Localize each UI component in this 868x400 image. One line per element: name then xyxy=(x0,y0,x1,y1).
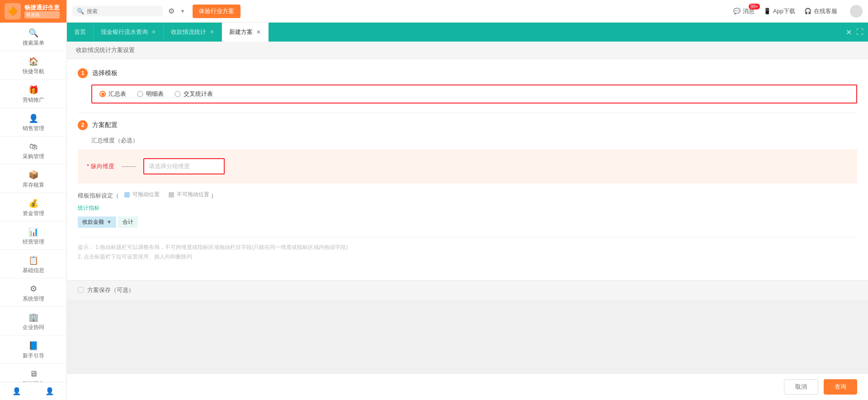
vertical-dimension-label: * 纵向维度 xyxy=(87,162,114,170)
cancel-button[interactable]: 取消 xyxy=(784,379,818,395)
marketing-icon: 🎁 xyxy=(28,85,38,95)
close-tab-new-plan[interactable]: ✕ xyxy=(256,29,261,35)
tab-bank-flow[interactable]: 现金银行流水查询 ✕ xyxy=(94,23,164,42)
chevron-down-icon: ▼ xyxy=(107,219,112,225)
sidebar-item-enterprise[interactable]: 🏢 企业协同 xyxy=(0,307,66,335)
avatar1-icon: 👤 xyxy=(12,387,21,395)
sidebar-navigation: 🔍 搜索菜单 🏠 快捷导航 🎁 营销推广 👤 销售管理 🛍 采购管理 📦 库存核… xyxy=(0,23,66,382)
dimension-select-box[interactable]: 请选择分组维度 xyxy=(143,158,225,174)
download-icon: 📱 xyxy=(764,8,771,14)
tab-receipt-stat[interactable]: 收款情况统计 ✕ xyxy=(164,23,222,42)
finance-icon: 💰 xyxy=(28,198,38,208)
sidebar-item-finance[interactable]: 💰 资金管理 xyxy=(0,193,66,221)
download-item[interactable]: 📱 App下载 xyxy=(764,7,795,15)
metrics-tag-container: 收款金额 ▼ 合计 xyxy=(78,215,857,228)
trial-button[interactable]: 体验行业方案 xyxy=(193,5,241,18)
operation-icon: 📊 xyxy=(28,227,38,237)
sidebar-item-sales[interactable]: 👤 销售管理 xyxy=(0,108,66,136)
page-header: 收款情况统计方案设置 xyxy=(67,42,868,59)
sidebar-item-basic-info[interactable]: 📋 基础信息 xyxy=(0,250,66,278)
step2-number: 2 xyxy=(78,120,88,130)
sidebar-item-system[interactable]: ⚙ 系统管理 xyxy=(0,278,66,307)
sidebar: 🔶 畅捷通好生意 标准版 🔍 搜索菜单 🏠 快捷导航 🎁 营销推广 👤 销售管理… xyxy=(0,0,67,400)
sidebar-item-purchase[interactable]: 🛍 采购管理 xyxy=(0,136,66,165)
logo-icon: 🔶 xyxy=(5,3,21,19)
legend-draggable: 可拖动位置 xyxy=(124,191,160,198)
radio-summary[interactable]: 汇总表 xyxy=(99,90,126,98)
metrics-tag-payment[interactable]: 收款金额 ▼ xyxy=(78,216,116,228)
sidebar-footer-avatar1[interactable]: 👤 xyxy=(12,387,21,395)
draggable-dot xyxy=(124,192,130,198)
sidebar-footer: 👤 👤 xyxy=(0,382,66,400)
metrics-subtag-total: 合计 xyxy=(118,216,138,228)
sales-icon: 👤 xyxy=(28,113,38,123)
sidebar-item-smart-hw[interactable]: 🖥 智能硬件 xyxy=(0,364,66,382)
sidebar-item-search-menu[interactable]: 🔍 搜索菜单 xyxy=(0,23,66,51)
search-box[interactable]: 🔍 xyxy=(72,6,163,16)
step2-title: 方案配置 xyxy=(92,121,118,129)
logo-text: 畅捷通好生意 标准版 xyxy=(24,4,60,19)
guide-icon: 📘 xyxy=(28,341,38,351)
sidebar-item-quick-nav[interactable]: 🏠 快捷导航 xyxy=(0,51,66,80)
non-draggable-dot xyxy=(169,192,174,198)
step1-title: 选择模板 xyxy=(92,69,118,77)
main-content: 🔍 ⚙ ▼ 体验行业方案 💬 消息 99+ 📱 App下载 🎧 在线客服 xyxy=(67,0,868,400)
inventory-icon: 📦 xyxy=(28,170,38,180)
dimension-row: * 纵向维度 —— 请选择分组维度 xyxy=(87,158,848,174)
tab-home[interactable]: 首页 xyxy=(67,23,94,42)
query-button[interactable]: 查询 xyxy=(824,379,857,395)
step2-section: 2 方案配置 汇总维度（必选） * 纵向维度 —— 请选择分组维度 模板指标 xyxy=(78,120,857,262)
tip-2: 2. 点击标题栏下拉可设置排序、插入列和删除列 xyxy=(78,252,857,262)
tabbar: 首页 现金银行流水查询 ✕ 收款情况统计 ✕ 新建方案 ✕ ✕ ⛶ xyxy=(67,23,868,42)
search-menu-icon: 🔍 xyxy=(28,28,38,38)
settings-icon[interactable]: ⚙ xyxy=(168,7,175,15)
dimension-arrow-icon: —— xyxy=(122,162,136,170)
search-icon: 🔍 xyxy=(77,8,84,14)
quick-nav-icon: 🏠 xyxy=(28,56,38,66)
close-all-tabs-icon[interactable]: ✕ xyxy=(846,28,852,37)
legend-non-draggable: 不可拖动位置 xyxy=(169,191,209,198)
search-input[interactable] xyxy=(87,8,150,14)
sidebar-item-marketing[interactable]: 🎁 营销推广 xyxy=(0,80,66,108)
topbar-right: 💬 消息 99+ 📱 App下载 🎧 在线客服 xyxy=(733,5,863,18)
radio-summary-circle xyxy=(99,91,106,97)
tab-new-plan[interactable]: 新建方案 ✕ xyxy=(222,23,269,42)
save-plan-checkbox[interactable] xyxy=(78,287,84,293)
chevron-down-icon[interactable]: ▼ xyxy=(180,8,185,14)
enterprise-icon: 🏢 xyxy=(28,312,38,322)
tab-actions: ✕ ⛶ xyxy=(841,23,868,42)
close-tab-receipt-stat[interactable]: ✕ xyxy=(210,29,214,35)
sidebar-item-operation[interactable]: 📊 经营管理 xyxy=(0,221,66,250)
service-icon: 🎧 xyxy=(804,8,811,14)
avatar2-icon: 👤 xyxy=(45,387,54,395)
smart-hw-icon: 🖥 xyxy=(29,369,38,379)
maximize-icon[interactable]: ⛶ xyxy=(856,28,863,36)
notification-icon: 💬 xyxy=(733,8,741,14)
purchase-icon: 🛍 xyxy=(29,142,38,151)
step1-section: 1 选择模板 汇总表 明细表 交叉统计表 xyxy=(78,68,857,104)
metrics-legend: 可拖动位置 不可拖动位置 xyxy=(124,191,209,198)
content-area: 收款情况统计方案设置 1 选择模板 汇总表 明细表 xyxy=(67,42,868,400)
radio-detail[interactable]: 明细表 xyxy=(137,90,164,98)
template-options: 汇总表 明细表 交叉统计表 xyxy=(91,85,857,104)
radio-cross-circle xyxy=(175,91,181,97)
service-item[interactable]: 🎧 在线客服 xyxy=(804,7,837,15)
main-card: 1 选择模板 汇总表 明细表 交叉统计表 xyxy=(67,59,868,280)
user-avatar[interactable] xyxy=(850,5,863,18)
sidebar-logo: 🔶 畅捷通好生意 标准版 xyxy=(0,0,66,23)
radio-detail-circle xyxy=(137,91,143,97)
bottom-section: 方案保存（可选） xyxy=(67,280,868,300)
metrics-section-label: 统计指标 xyxy=(78,204,857,212)
section-divider xyxy=(78,113,857,113)
notification-item[interactable]: 💬 消息 99+ xyxy=(733,7,755,15)
sidebar-item-guide[interactable]: 📘 新手引导 xyxy=(0,335,66,364)
tip-1: 提示： 1.拖动标题栏可以调整布局，不可跨维度或指标区域拖动栏目字段(只能在同一… xyxy=(78,243,857,253)
close-tab-bank-flow[interactable]: ✕ xyxy=(151,29,156,35)
step2-header: 2 方案配置 xyxy=(78,120,857,130)
save-plan-label: 方案保存（可选） xyxy=(87,286,134,294)
radio-cross[interactable]: 交叉统计表 xyxy=(175,90,213,98)
dimension-area: * 纵向维度 —— 请选择分组维度 xyxy=(78,149,857,184)
sidebar-footer-avatar2[interactable]: 👤 xyxy=(45,387,54,395)
basic-info-icon: 📋 xyxy=(28,255,38,265)
sidebar-item-inventory[interactable]: 📦 库存核算 xyxy=(0,165,66,193)
